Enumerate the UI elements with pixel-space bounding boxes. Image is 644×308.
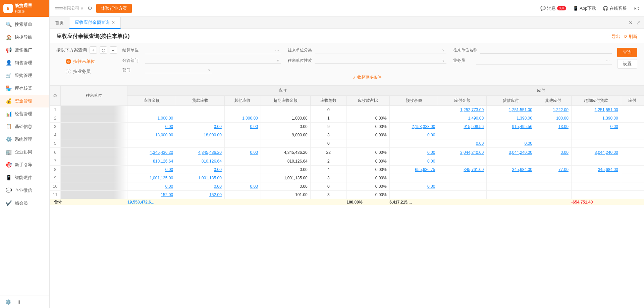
table-cell[interactable]: 0.00 [438, 139, 487, 148]
online-service-action[interactable]: 🎧 在线客服 [603, 5, 627, 11]
table-cell[interactable]: 1,001,135.00 [127, 174, 176, 182]
tab-close-icon[interactable]: ✕ [112, 20, 115, 25]
sidebar-item-hardware[interactable]: 📱 智能硬件 [0, 171, 49, 184]
table-cell[interactable]: 0.00 [535, 148, 571, 157]
partner-nature-arrow[interactable]: ∨ [442, 59, 444, 62]
header-settings-icon[interactable]: ⚙ [88, 5, 92, 11]
table-cell[interactable]: 810,126.64 [176, 157, 225, 166]
trial-btn[interactable]: 体验行业方案 [96, 4, 132, 13]
sidebar-item-marketing[interactable]: 📢 营销推广 [0, 44, 49, 56]
sidebar-item-search[interactable]: 🔍 搜索菜单 [0, 18, 49, 31]
department-arrow[interactable]: ∨ [208, 68, 210, 72]
table-cell[interactable]: 152.00 [176, 191, 225, 199]
table-cell[interactable]: 345,684.00 [571, 166, 621, 174]
filter-option-by-partner[interactable]: ⊙ 按往来单位 [63, 57, 117, 66]
sidebar-item-basic-info[interactable]: 📋 基础信息 [0, 120, 49, 133]
table-cell[interactable]: 915,495.56 [487, 123, 535, 131]
sidebar-item-guide[interactable]: 🎯 新手引导 [0, 159, 49, 171]
table-cell[interactable]: 4,345,436.20 [176, 148, 225, 157]
sidebar-item-quick-nav[interactable]: 🏠 快捷导航 [0, 31, 49, 44]
table-cell[interactable]: 655,636.75 [389, 166, 438, 174]
salesperson-dots[interactable]: ··· [606, 58, 610, 63]
table-cell[interactable]: 0.00 [389, 182, 438, 191]
table-cell[interactable]: 77.00 [535, 166, 571, 174]
table-cell[interactable]: 1,390.00 [487, 114, 535, 123]
table-cell[interactable]: 3,044,240.00 [438, 148, 487, 157]
sidebar-item-member[interactable]: ✔️ 畅会员 [0, 197, 49, 210]
filter-add-btn[interactable]: + [90, 46, 97, 54]
table-cell[interactable]: 0.00 [127, 166, 176, 174]
table-cell[interactable]: 0.00 [176, 182, 225, 191]
filter-target-btn[interactable]: ◎ [100, 46, 107, 54]
table-cell[interactable]: 1,001,135.00 [176, 174, 225, 182]
table-cell[interactable]: 0.00 [224, 182, 261, 191]
table-cell[interactable]: 1,390.00 [571, 114, 621, 123]
tab-home[interactable]: 首页 [50, 17, 69, 29]
collapse-bar[interactable]: ∧ 收起更多条件 [122, 73, 612, 82]
partner-category-arrow[interactable]: ∨ [442, 48, 444, 52]
table-cell[interactable]: 3,044,240.00 [487, 148, 535, 157]
table-cell[interactable]: 1,252,773.00 [438, 106, 487, 114]
sidebar-item-enterprise[interactable]: 🏢 企业协同 [0, 146, 49, 159]
table-cell[interactable]: 0.00 [127, 182, 176, 191]
export-btn[interactable]: ↑ 导出 [608, 34, 621, 40]
table-cell[interactable]: 1,490.00 [438, 114, 487, 123]
th-settings[interactable]: ⚙ [50, 86, 61, 106]
message-action[interactable]: 💬 消息 99+ [540, 5, 566, 11]
table-cell[interactable]: 345,684.00 [487, 166, 535, 174]
sidebar-item-sales[interactable]: 👤 销售管理 [0, 56, 49, 69]
sidebar-collapse-btn[interactable]: ⏸ [16, 299, 21, 305]
table-cell: 9,000.00 [261, 131, 310, 139]
table-cell[interactable]: 345,761.00 [438, 166, 487, 174]
table-cell[interactable]: 1,251,551.00 [487, 106, 535, 114]
table-cell[interactable]: 0.00 [176, 123, 225, 131]
table-cell[interactable]: 0.00 [487, 139, 535, 148]
table-cell[interactable]: 13.00 [535, 123, 571, 131]
table-cell: 0.00 [261, 123, 310, 131]
table-cell: 5 [50, 139, 61, 148]
table-cell[interactable]: 0.00 [224, 148, 261, 157]
app-download-action[interactable]: 📱 App下载 [573, 5, 596, 11]
query-button[interactable]: 查询 [617, 48, 637, 57]
table-cell[interactable]: 2,153,333.00 [389, 123, 438, 131]
table-cell[interactable]: 18,000.00 [176, 131, 225, 139]
table-cell[interactable]: 0.00 [389, 157, 438, 166]
table-cell[interactable]: 915,508.56 [438, 123, 487, 131]
table-cell[interactable]: 810,126.64 [127, 157, 176, 166]
sidebar-item-purchase[interactable]: 🛒 采购管理 [0, 69, 49, 82]
table-cell[interactable]: 1,000.00 [127, 114, 176, 123]
tab-close-all-icon[interactable]: ✕ [629, 20, 633, 26]
managing-dept-arrow[interactable]: ∨ [277, 59, 279, 62]
table-cell[interactable]: 1,251,551.00 [571, 106, 621, 114]
sidebar-item-system[interactable]: ⚙️ 系统管理 [0, 133, 49, 146]
table-cell[interactable]: 0.00 [176, 166, 225, 174]
table-cell[interactable]: 1,222.00 [535, 106, 571, 114]
user-name[interactable]: Rit [634, 6, 639, 11]
table-cell[interactable]: 3,044,240.00 [571, 148, 621, 157]
tab-ar-ap[interactable]: 应收应付余额查询 ✕ [69, 17, 121, 29]
refresh-btn[interactable]: ↺ 刷新 [624, 34, 637, 40]
table-cell[interactable]: 100.00 [535, 114, 571, 123]
table-cell[interactable]: 0.00 [127, 123, 176, 131]
table-cell[interactable]: 0.00 [224, 123, 261, 131]
filter-collapse-btn[interactable]: « [110, 46, 117, 54]
tab-expand-icon[interactable]: ⤢ [636, 20, 641, 26]
filter-option-by-staff[interactable]: ○ 按业务员 [63, 67, 117, 76]
partner-name-input[interactable] [480, 47, 612, 54]
sidebar-item-inventory[interactable]: 🏪 库存核算 [0, 82, 49, 95]
table-cell[interactable]: 0.00 [389, 148, 438, 157]
sidebar-settings-btn[interactable]: ⚙️ [5, 299, 11, 305]
sidebar-item-wechat[interactable]: 💬 企业微信 [0, 184, 49, 197]
table-cell[interactable]: 1,000.00 [224, 114, 261, 123]
sidebar-item-operations[interactable]: 📊 经营管理 [0, 107, 49, 120]
table-cell: 101.00 [261, 191, 310, 199]
settings-button[interactable]: 设置 [617, 59, 637, 69]
table-cell[interactable]: 0.00 [389, 131, 438, 139]
table-cell[interactable]: 0.00 [571, 123, 621, 131]
settings-gear-icon[interactable]: ⚙ [53, 93, 57, 98]
table-cell[interactable]: 152.00 [127, 191, 176, 199]
table-cell[interactable]: 4,345,436.20 [127, 148, 176, 157]
settlement-unit-dots[interactable]: ··· [275, 47, 279, 53]
sidebar-item-funds[interactable]: 💰 资金管理 [0, 95, 49, 107]
table-cell[interactable]: 18,000.00 [127, 131, 176, 139]
